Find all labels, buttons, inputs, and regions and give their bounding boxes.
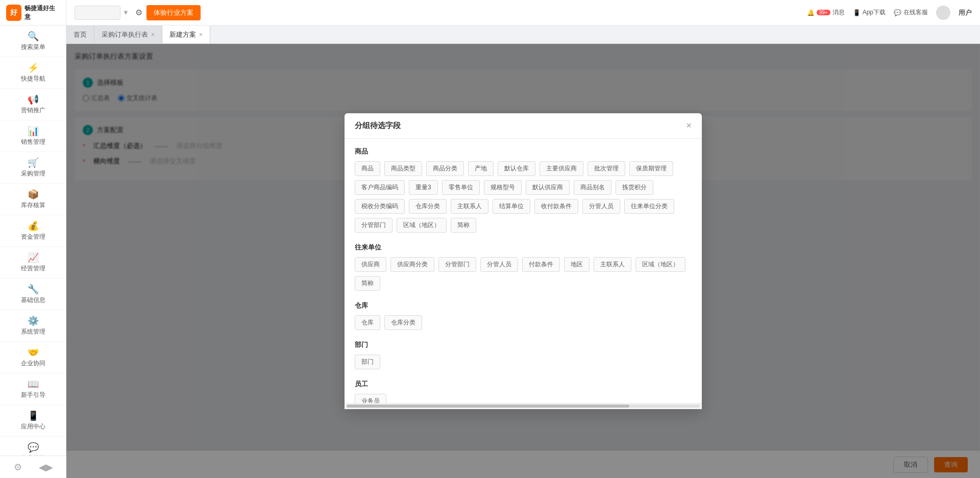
app-download-item[interactable]: 📱 App下载	[853, 8, 886, 17]
sidebar-item-inventory[interactable]: 📦 库存核算	[0, 184, 66, 215]
modal-header: 分组待选字段 ×	[345, 113, 702, 139]
sidebar-item-sales[interactable]: 📊 销售管理	[0, 120, 66, 152]
field-tag-区域（地区）[interactable]: 区域（地区）	[397, 218, 447, 233]
sidebar-item-marketing[interactable]: 📢 营销推广	[0, 89, 66, 120]
experience-btn[interactable]: 体验行业方案	[146, 5, 201, 20]
field-tag-商品分类[interactable]: 商品分类	[426, 161, 464, 176]
field-tag-付款条件[interactable]: 付款条件	[522, 257, 560, 272]
field-tag-仓库分类[interactable]: 仓库分类	[409, 199, 447, 214]
collapse-icon[interactable]: ◀▶	[39, 462, 53, 473]
guide-icon: 📖	[28, 379, 39, 390]
field-tag-规格型号[interactable]: 规格型号	[484, 180, 522, 195]
sidebar-item-quick-nav[interactable]: ⚡ 快捷导航	[0, 57, 66, 89]
field-tag-业务员[interactable]: 业务员	[355, 394, 386, 403]
field-tag-供应商[interactable]: 供应商	[355, 257, 386, 272]
purchase-icon: 🛒	[28, 157, 39, 168]
field-tags-staff: 业务员	[355, 394, 692, 403]
sales-icon: 📊	[28, 125, 39, 137]
modal-scrollbar	[345, 403, 702, 409]
sidebar-item-purchase[interactable]: 🛒 采购管理	[0, 152, 66, 184]
inventory-icon: 📦	[28, 189, 39, 200]
sidebar-item-operations[interactable]: 📈 经营管理	[0, 247, 66, 279]
download-icon: 📱	[853, 9, 861, 16]
tab-new-plan[interactable]: 新建方案×	[162, 26, 210, 43]
field-tag-分管人员[interactable]: 分管人员	[582, 199, 620, 214]
field-section-title-staff: 员工	[355, 380, 692, 389]
field-tags-department: 部门	[355, 355, 692, 369]
field-tag-默认供应商[interactable]: 默认供应商	[526, 180, 570, 195]
tab-close-new-plan[interactable]: ×	[199, 31, 203, 38]
arrow-icon: ▼	[122, 9, 129, 16]
notification-item[interactable]: 🔔 99+ 消息	[807, 8, 845, 17]
field-section-goods: 商品商品商品类型商品分类产地默认仓库主要供应商批次管理保质期管理客户商品编码重量…	[355, 147, 692, 233]
sidebar-item-collab[interactable]: 🤝 企业协同	[0, 342, 66, 373]
base-icon: 🔧	[28, 284, 39, 295]
settings-icon[interactable]: ⚙	[14, 462, 22, 473]
sidebar-label-sales: 销售管理	[21, 138, 45, 146]
tab-close-purchase-list[interactable]: ×	[151, 31, 155, 38]
field-tag-零售单位[interactable]: 零售单位	[442, 180, 480, 195]
notification-label: 消息	[832, 8, 845, 17]
tabbar: 首页采购订单执行表×新建方案×	[66, 26, 980, 44]
field-tag-分管部门[interactable]: 分管部门	[355, 218, 393, 233]
scrollbar-track	[347, 405, 700, 408]
sidebar-item-guide[interactable]: 📖 新手引导	[0, 373, 66, 405]
modal-overlay: 分组待选字段 × 商品商品商品类型商品分类产地默认仓库主要供应商批次管理保质期管…	[66, 44, 980, 478]
operations-icon: 📈	[28, 252, 39, 263]
collab-icon: 🤝	[28, 347, 39, 358]
sidebar-item-app-center[interactable]: 📱 应用中心	[0, 405, 66, 437]
gear-icon[interactable]: ⚙	[135, 8, 142, 17]
sidebar-item-finance[interactable]: 💰 资金管理	[0, 215, 66, 247]
field-tag-保质期管理[interactable]: 保质期管理	[629, 161, 673, 176]
field-tag-主联系人[interactable]: 主联系人	[451, 199, 488, 214]
field-tag-产地[interactable]: 产地	[468, 161, 494, 176]
finance-icon: 💰	[28, 220, 39, 232]
sidebar-logo: 好 畅捷通好生意	[0, 0, 66, 26]
sidebar-item-base[interactable]: 🔧 基础信息	[0, 279, 66, 310]
field-tag-分管人员[interactable]: 分管人员	[480, 257, 518, 272]
sidebar-label-purchase: 采购管理	[21, 169, 45, 178]
wechat-icon: 💬	[28, 442, 39, 453]
field-tag-商品类型[interactable]: 商品类型	[384, 161, 422, 176]
field-tag-收付款条件[interactable]: 收付款条件	[534, 199, 578, 214]
topbar-right: 🔔 99+ 消息 📱 App下载 💬 在线客服 用户	[807, 6, 972, 20]
field-tag-拣货积分[interactable]: 拣货积分	[616, 180, 653, 195]
tab-label-home: 首页	[74, 30, 87, 39]
field-tag-主联系人[interactable]: 主联系人	[594, 257, 631, 272]
field-tag-区域（地区）[interactable]: 区域（地区）	[635, 257, 685, 272]
field-tag-地区[interactable]: 地区	[564, 257, 590, 272]
field-tag-往来单位分类[interactable]: 往来单位分类	[624, 199, 674, 214]
tab-purchase-list[interactable]: 采购订单执行表×	[94, 26, 162, 43]
field-tag-分管部门[interactable]: 分管部门	[438, 257, 476, 272]
field-tag-税收分类编码[interactable]: 税收分类编码	[355, 199, 405, 214]
field-section-staff: 员工业务员	[355, 380, 692, 403]
logo-text: 畅捷通好生意	[24, 4, 60, 21]
sidebar-label-base: 基础信息	[21, 296, 45, 305]
sidebar-label-finance: 资金管理	[21, 233, 45, 241]
field-tag-批次管理[interactable]: 批次管理	[587, 161, 625, 176]
field-tag-商品别名[interactable]: 商品别名	[574, 180, 611, 195]
tab-home[interactable]: 首页	[66, 26, 94, 43]
field-tag-商品[interactable]: 商品	[355, 161, 380, 176]
field-tag-主要供应商[interactable]: 主要供应商	[540, 161, 583, 176]
online-service-item[interactable]: 💬 在线客服	[894, 8, 928, 17]
modal-close-button[interactable]: ×	[686, 120, 692, 131]
field-tag-仓库[interactable]: 仓库	[355, 315, 380, 330]
field-tag-默认仓库[interactable]: 默认仓库	[498, 161, 535, 176]
field-tag-供应商分类[interactable]: 供应商分类	[390, 257, 434, 272]
sidebar-item-system[interactable]: ⚙️ 系统管理	[0, 310, 66, 342]
field-tag-简称[interactable]: 简称	[451, 218, 476, 233]
field-tag-部门[interactable]: 部门	[355, 355, 380, 369]
field-section-title-warehouse: 仓库	[355, 301, 692, 310]
search-input[interactable]	[75, 6, 120, 20]
field-tag-仓库分类[interactable]: 仓库分类	[384, 315, 422, 330]
field-section-department: 部门部门	[355, 340, 692, 369]
tab-label-new-plan: 新建方案	[169, 30, 196, 39]
field-tag-重量3[interactable]: 重量3	[409, 180, 438, 195]
avatar[interactable]	[936, 6, 950, 20]
sidebar-item-search[interactable]: 🔍 搜索菜单	[0, 26, 66, 57]
field-tag-结算单位[interactable]: 结算单位	[493, 199, 530, 214]
field-tag-客户商品编码[interactable]: 客户商品编码	[355, 180, 405, 195]
field-tag-简称[interactable]: 简称	[355, 276, 380, 291]
marketing-icon: 📢	[28, 94, 39, 105]
